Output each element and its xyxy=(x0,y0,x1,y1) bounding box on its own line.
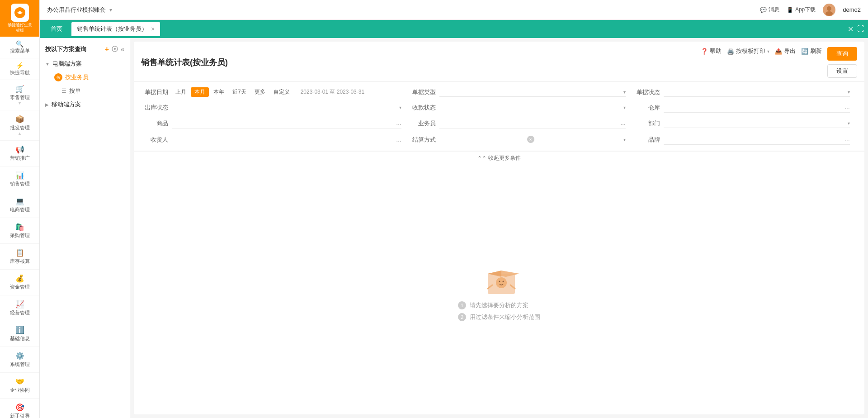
sidebar-item-sales[interactable]: 📊 销售管理 xyxy=(0,166,39,192)
close-window-btn[interactable]: ✕ xyxy=(848,25,854,33)
out-status-select[interactable]: ▾ xyxy=(172,103,401,112)
hint-text-1: 请先选择要分析的方案 xyxy=(470,301,528,309)
settle-field: 结算方式 × ▾ xyxy=(409,134,633,145)
header-actions: ❓ 帮助 🖨️ 按模板打印 ▾ 📤 导出 � xyxy=(701,47,857,78)
sidebar-item-operations[interactable]: 📈 经营管理 xyxy=(0,295,39,321)
brand-ellipsis[interactable]: … xyxy=(844,136,850,142)
date-tab-last-month[interactable]: 上月 xyxy=(172,87,190,97)
mobile-group-label: 移动端方案 xyxy=(52,100,81,109)
sidebar-item-purchase[interactable]: 🛍️ 采购管理 xyxy=(0,218,39,244)
left-panel-header: 按以下方案查询 + « xyxy=(40,42,130,57)
salesperson-select[interactable]: … xyxy=(439,118,626,128)
date-tab-custom[interactable]: 自定义 xyxy=(270,87,293,97)
by-salesperson-label: 按业务员 xyxy=(65,73,89,81)
empty-illustration xyxy=(481,258,517,294)
warehouse-select[interactable]: … xyxy=(664,102,850,113)
topbar-right: 💬 消息 📱 App下载 demo2 xyxy=(760,4,861,16)
sidebar-search[interactable]: 🔍 搜索菜单 xyxy=(0,37,39,58)
warehouse-ellipsis[interactable]: … xyxy=(844,104,850,110)
export-btn[interactable]: 📤 导出 xyxy=(775,47,796,55)
svg-point-1 xyxy=(19,11,21,14)
salesperson-ellipsis[interactable]: … xyxy=(620,120,626,126)
scheme-by-salesperson[interactable]: 按 按业务员 xyxy=(40,71,130,84)
dept-select[interactable]: ▾ xyxy=(664,119,850,128)
pc-group-header[interactable]: ▼ 电脑端方案 xyxy=(40,57,130,71)
settings-button[interactable]: 设置 xyxy=(827,64,857,78)
username-label[interactable]: demo2 xyxy=(843,6,861,13)
collapse-left-btn[interactable]: « xyxy=(121,46,124,53)
retail-arrow: ▼ xyxy=(18,101,22,105)
goods-ellipsis[interactable]: … xyxy=(396,120,401,126)
sidebar-item-retail[interactable]: 🛒 零售管理 ▼ xyxy=(0,80,39,110)
collapse-conditions-btn[interactable]: ⌃⌃ 收起更多条件 xyxy=(134,151,864,165)
settle-select[interactable]: × ▾ xyxy=(439,134,626,145)
tab-sales-report[interactable]: 销售单统计表（按业务员） × xyxy=(71,22,160,36)
sidebar-logo[interactable]: 畅捷通好生意 标版 xyxy=(0,0,39,37)
download-icon: 📱 xyxy=(787,7,793,13)
messages-btn[interactable]: 💬 消息 xyxy=(760,6,779,14)
help-btn[interactable]: ❓ 帮助 xyxy=(701,47,722,55)
date-tab-more[interactable]: 更多 xyxy=(251,87,269,97)
goods-field: 商品 … xyxy=(141,118,409,128)
page-title: 销售单统计表(按业务员) xyxy=(141,57,228,68)
user-avatar[interactable] xyxy=(823,4,835,16)
messages-label: 消息 xyxy=(769,6,779,14)
settle-clear-btn[interactable]: × xyxy=(527,136,534,143)
sidebar-item-inventory[interactable]: 📋 库存核算 xyxy=(0,244,39,270)
app-download-btn[interactable]: 📱 App下载 xyxy=(787,6,816,14)
help-label: 帮助 xyxy=(710,47,722,55)
finance-label: 资金管理 xyxy=(10,284,30,290)
sidebar-item-finance[interactable]: 💰 资金管理 xyxy=(0,270,39,295)
date-tab-this-month[interactable]: 本月 xyxy=(191,87,209,97)
maximize-window-btn[interactable]: ⛶ xyxy=(857,25,864,33)
receiver-input[interactable] xyxy=(172,134,392,145)
receiver-field: 收货人 … xyxy=(141,134,409,145)
hint-text-2: 用过滤条件来缩小分析范围 xyxy=(470,313,540,321)
add-scheme-btn[interactable]: + xyxy=(105,45,109,53)
mobile-group[interactable]: ▶ 移动端方案 xyxy=(40,98,130,111)
sidebar-item-enterprise[interactable]: 🤝 企业协同 xyxy=(0,373,39,399)
topbar-title: 办公用品行业模拟账套 xyxy=(47,6,106,14)
date-tab-7days[interactable]: 近7天 xyxy=(229,87,250,97)
collapse-arrow-icon: ⌃⌃ xyxy=(477,155,486,162)
svg-point-9 xyxy=(499,281,500,282)
retail-icon: 🛒 xyxy=(15,85,24,93)
doc-type-arrow: ▾ xyxy=(623,90,626,95)
refresh-btn[interactable]: 🔄 刷新 xyxy=(801,47,822,55)
goods-select[interactable]: … xyxy=(172,118,401,128)
sidebar-item-marketing[interactable]: 📢 营销推广 xyxy=(0,141,39,166)
export-label: 导出 xyxy=(784,47,796,55)
settle-arrow: ▾ xyxy=(623,137,626,142)
svg-point-6 xyxy=(114,48,116,50)
inventory-icon: 📋 xyxy=(15,248,24,257)
sidebar-quick[interactable]: ⚡ 快捷导航 xyxy=(0,58,39,80)
doc-type-select[interactable]: ▾ xyxy=(439,88,626,97)
svg-point-10 xyxy=(503,281,504,282)
query-button[interactable]: 查询 xyxy=(827,47,857,61)
brand-label: 品牌 xyxy=(633,136,660,144)
tab-close-btn[interactable]: × xyxy=(151,25,155,33)
scheme-by-order[interactable]: ☰ 按单 xyxy=(40,84,130,98)
tab-home[interactable]: 首页 xyxy=(43,20,70,38)
brand-field: 品牌 … xyxy=(633,134,857,145)
sidebar-item-wholesale[interactable]: 📦 批发管理 ▲ xyxy=(0,110,39,141)
sidebar-item-basic[interactable]: ℹ️ 基础信息 xyxy=(0,321,39,347)
doc-status-select[interactable]: ▾ xyxy=(664,88,850,97)
brand-select[interactable]: … xyxy=(664,134,850,145)
sidebar-item-newbie[interactable]: 🎯 新手引导 xyxy=(0,399,39,418)
receipt-status-select[interactable]: ▾ xyxy=(439,103,626,112)
dept-field: 部门 ▾ xyxy=(633,119,857,128)
date-tabs-row: 上月 本月 本年 近7天 更多 自定义 2023-03-01 至 2023-03… xyxy=(172,87,364,97)
empty-hint-1: 1 请先选择要分析的方案 xyxy=(458,301,540,309)
empty-hints: 1 请先选择要分析的方案 2 用过滤条件来缩小分析范围 xyxy=(458,301,540,321)
sidebar-item-system[interactable]: ⚙️ 系统管理 xyxy=(0,347,39,373)
topbar-dropdown-icon[interactable]: ▾ xyxy=(109,7,112,13)
receiver-ellipsis[interactable]: … xyxy=(396,137,401,143)
sidebar-item-ecommerce[interactable]: 💻 电商管理 xyxy=(0,192,39,218)
filter-form: 单据日期 上月 本月 本年 近7天 更多 自定义 2023-03-01 至 20… xyxy=(134,82,864,151)
print-btn[interactable]: 🖨️ 按模板打印 ▾ xyxy=(727,47,769,55)
edit-scheme-btn[interactable] xyxy=(112,46,118,53)
date-tab-this-year[interactable]: 本年 xyxy=(210,87,228,97)
right-panel: 销售单统计表(按业务员) ❓ 帮助 🖨️ 按模板打印 ▾ � xyxy=(134,42,864,414)
sidebar-nav: 🛒 零售管理 ▼ 📦 批发管理 ▲ 📢 营销推广 📊 销售管理 💻 电商管理 🛍… xyxy=(0,80,39,418)
